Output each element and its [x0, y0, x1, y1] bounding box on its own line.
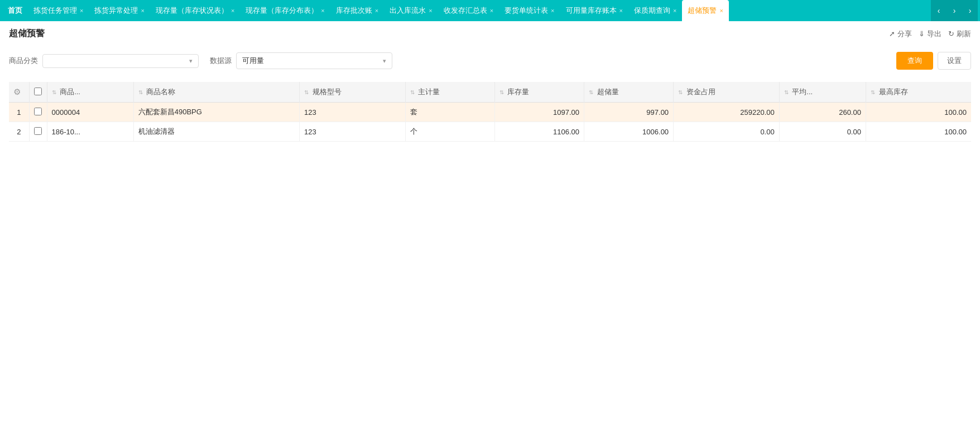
close-tab-1[interactable]: ×	[80, 7, 83, 14]
tab-拣货任务管理[interactable]: 拣货任务管理 ×	[28, 0, 89, 21]
col-overstock-header[interactable]: ⇅ 超储量	[584, 82, 673, 103]
header-actions: ➚ 分享 ⇓ 导出 ↻ 刷新	[889, 29, 971, 39]
tab-现存量库存状况表[interactable]: 现存量（库存状况表） ×	[150, 0, 240, 21]
row-number-1: 1	[9, 103, 29, 122]
tab-保质期查询[interactable]: 保质期查询 ×	[628, 0, 682, 21]
close-tab-9[interactable]: ×	[619, 7, 623, 14]
tab-出入库流水[interactable]: 出入库流水 ×	[384, 0, 438, 21]
sort-icon-spec: ⇅	[304, 89, 309, 95]
cell-overstock-1: 997.00	[584, 103, 673, 122]
product-category-select[interactable]: ▾	[42, 54, 199, 68]
tab-可用量库存账本[interactable]: 可用量库存账本 ×	[560, 0, 628, 21]
sort-icon-product-name: ⇅	[138, 89, 143, 95]
page-header: 超储预警 ➚ 分享 ⇓ 导出 ↻ 刷新	[9, 28, 971, 40]
tab-拣货异常处理[interactable]: 拣货异常处理 ×	[89, 0, 150, 21]
cell-capital-1: 259220.00	[674, 103, 780, 122]
close-tab-10[interactable]: ×	[673, 7, 676, 14]
data-source-select[interactable]: 可用量 ▾	[236, 52, 392, 69]
select-all-checkbox[interactable]	[34, 88, 42, 95]
cell-capital-2: 0.00	[674, 122, 780, 142]
nav-home[interactable]: 首页	[2, 0, 28, 21]
row-select-2[interactable]	[34, 127, 42, 135]
settings-button[interactable]: 设置	[938, 52, 971, 70]
tab-超储预警[interactable]: 超储预警 ×	[682, 0, 728, 21]
col-avg-header[interactable]: ⇅ 平均...	[779, 82, 866, 103]
cell-stock-2: 1106.00	[494, 122, 584, 142]
row-select-1[interactable]	[34, 108, 42, 115]
data-table: ⚙ ⇅ 商品... ⇅ 商品名称 ⇅ 规格型号 ⇅	[9, 82, 971, 142]
cell-spec-2: 123	[300, 122, 406, 142]
col-select-all[interactable]	[29, 82, 47, 103]
close-tab-2[interactable]: ×	[141, 7, 144, 14]
tab-收发存汇总表[interactable]: 收发存汇总表 ×	[438, 0, 499, 21]
export-action[interactable]: ⇓ 导出	[919, 29, 941, 39]
refresh-icon: ↻	[948, 30, 954, 38]
row-checkbox-1[interactable]	[29, 103, 47, 122]
product-category-arrow-icon: ▾	[189, 57, 193, 65]
cell-product-name-1: 六配套新昌490BPG	[133, 103, 299, 122]
col-product-code-header[interactable]: ⇅ 商品...	[47, 82, 133, 103]
tab-现存量库存分布表[interactable]: 现存量（库存分布表） ×	[240, 0, 330, 21]
sort-icon-capital: ⇅	[678, 89, 683, 95]
col-gear[interactable]: ⚙	[9, 82, 29, 103]
page-title: 超储预警	[9, 28, 889, 40]
cell-avg-2: 0.00	[779, 122, 866, 142]
product-category-label: 商品分类	[9, 56, 38, 66]
sort-icon-stock: ⇅	[499, 89, 504, 95]
table-row: 2 186-10... 机油滤清器 123 个 1106.00 1006.00 …	[9, 122, 971, 142]
refresh-action[interactable]: ↻ 刷新	[948, 29, 971, 39]
query-button[interactable]: 查询	[896, 52, 933, 70]
nav-prev-button[interactable]: ‹	[931, 0, 947, 21]
col-max-stock-header[interactable]: ⇅ 最高库存	[866, 82, 971, 103]
close-tab-5[interactable]: ×	[375, 7, 378, 14]
cell-product-code-1: 0000004	[47, 103, 133, 122]
share-icon: ➚	[889, 30, 895, 38]
data-source-filter: 数据源 可用量 ▾	[210, 52, 392, 69]
nav-next-button[interactable]: ›	[947, 0, 962, 21]
filter-bar: 商品分类 ▾ 数据源 可用量 ▾ 查询 设置	[9, 47, 971, 74]
sort-icon-overstock: ⇅	[589, 89, 593, 95]
close-tab-11[interactable]: ×	[719, 7, 723, 14]
cell-max-stock-2: 100.00	[866, 122, 971, 142]
gear-icon[interactable]: ⚙	[13, 87, 21, 96]
table-row: 1 0000004 六配套新昌490BPG 123 套 1097.00 997.…	[9, 103, 971, 122]
sort-icon-product-code: ⇅	[52, 89, 56, 95]
close-tab-7[interactable]: ×	[490, 7, 493, 14]
table-header-row: ⚙ ⇅ 商品... ⇅ 商品名称 ⇅ 规格型号 ⇅	[9, 82, 971, 103]
filter-action-buttons: 查询 设置	[896, 52, 971, 70]
close-tab-8[interactable]: ×	[551, 7, 554, 14]
product-category-filter: 商品分类 ▾	[9, 54, 199, 68]
tab-要货单统计表[interactable]: 要货单统计表 ×	[499, 0, 560, 21]
col-spec-header[interactable]: ⇅ 规格型号	[300, 82, 406, 103]
data-source-arrow-icon: ▾	[383, 57, 386, 65]
main-content: 超储预警 ➚ 分享 ⇓ 导出 ↻ 刷新 商品分类 ▾ 数据源	[0, 21, 980, 446]
close-tab-6[interactable]: ×	[429, 7, 432, 14]
share-action[interactable]: ➚ 分享	[889, 29, 912, 39]
row-checkbox-2[interactable]	[29, 122, 47, 142]
cell-product-name-2: 机油滤清器	[133, 122, 299, 142]
cell-max-stock-1: 100.00	[866, 103, 971, 122]
cell-avg-1: 260.00	[779, 103, 866, 122]
export-icon: ⇓	[919, 30, 925, 38]
nav-more-button[interactable]: ›	[962, 0, 978, 21]
col-capital-header[interactable]: ⇅ 资金占用	[674, 82, 780, 103]
cell-product-code-2: 186-10...	[47, 122, 133, 142]
cell-spec-1: 123	[300, 103, 406, 122]
sort-icon-avg: ⇅	[784, 89, 789, 95]
tab-库存批次账[interactable]: 库存批次账 ×	[330, 0, 384, 21]
data-source-label: 数据源	[210, 56, 232, 66]
cell-overstock-2: 1006.00	[584, 122, 673, 142]
cell-unit-2: 个	[405, 122, 494, 142]
cell-stock-1: 1097.00	[494, 103, 584, 122]
close-tab-4[interactable]: ×	[321, 7, 324, 14]
close-tab-3[interactable]: ×	[231, 7, 234, 14]
col-unit-header[interactable]: ⇅ 主计量	[405, 82, 494, 103]
col-product-name-header[interactable]: ⇅ 商品名称	[133, 82, 299, 103]
cell-unit-1: 套	[405, 103, 494, 122]
sort-icon-unit: ⇅	[410, 89, 415, 95]
data-source-value: 可用量	[242, 56, 264, 66]
top-nav: 首页 拣货任务管理 × 拣货异常处理 × 现存量（库存状况表） × 现存量（库存…	[0, 0, 980, 21]
nav-arrows: ‹ › ›	[931, 0, 978, 21]
col-stock-header[interactable]: ⇅ 库存量	[494, 82, 584, 103]
sort-icon-max-stock: ⇅	[871, 89, 875, 95]
